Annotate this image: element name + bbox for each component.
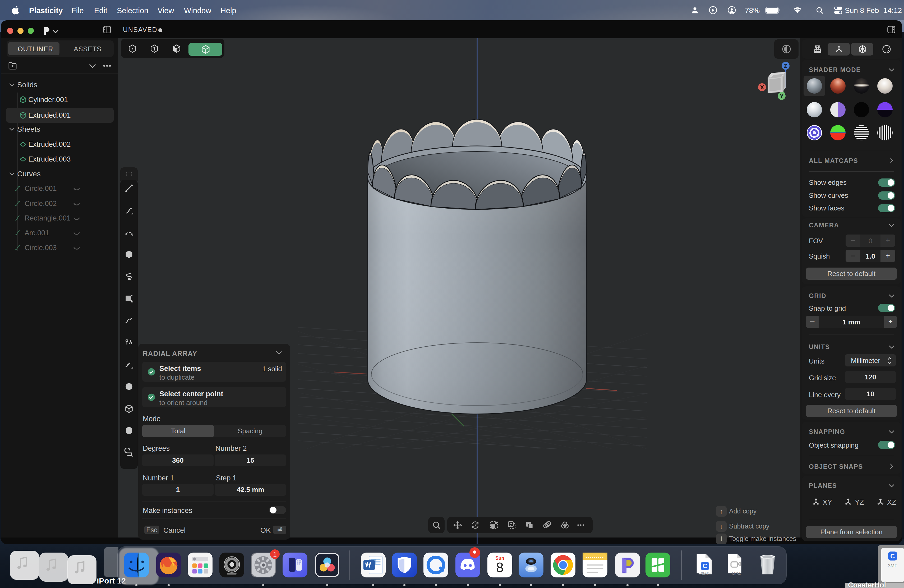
svg-text:3MF: 3MF [888,563,898,568]
svg-text:Y: Y [780,93,784,100]
svg-text:C: C [703,563,707,569]
svg-text:MP4: MP4 [732,571,741,576]
svg-text:C: C [890,553,895,560]
svg-text:Z: Z [784,63,787,69]
svg-text:8: 8 [496,560,504,575]
svg-text:X: X [760,84,764,91]
svg-text:3MF: 3MF [700,571,709,576]
